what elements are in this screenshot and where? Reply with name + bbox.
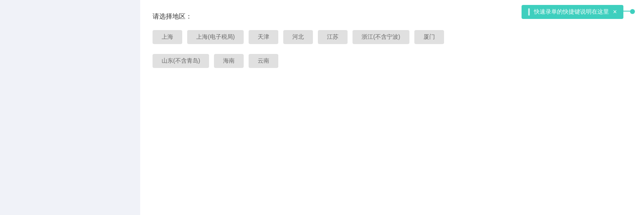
region-btn-shanghai[interactable]: 上海 [153,30,182,44]
region-btn-tianjin[interactable]: 天津 [249,30,278,44]
region-btn-shanghai-etax[interactable]: 上海(电子税局) [187,30,244,44]
tooltip-banner: 快速录单的快捷键说明在这里 × [522,5,623,19]
main-content: 请选择地区： 上海 上海(电子税局) 天津 河北 江苏 浙江(不含宁波) 厦门 … [140,0,644,215]
region-btn-shandong[interactable]: 山东(不含青岛) [153,54,209,68]
tooltip-dot [630,9,635,14]
tooltip-text: 快速录单的快捷键说明在这里 [534,8,609,16]
region-btn-hebei[interactable]: 河北 [283,30,313,44]
left-sidebar [0,0,140,215]
tooltip-bar [528,8,530,16]
region-btn-hainan[interactable]: 海南 [214,54,244,68]
region-btn-yunnan[interactable]: 云南 [249,54,278,68]
region-btn-xiamen[interactable]: 厦门 [414,30,444,44]
region-btn-zhejiang[interactable]: 浙江(不含宁波) [353,30,409,44]
tooltip-connector-line [623,11,630,12]
region-buttons: 上海 上海(电子税局) 天津 河北 江苏 浙江(不含宁波) 厦门 山东(不含青岛… [153,30,632,68]
region-btn-jiangsu[interactable]: 江苏 [318,30,348,44]
tooltip-close-button[interactable]: × [613,9,617,15]
